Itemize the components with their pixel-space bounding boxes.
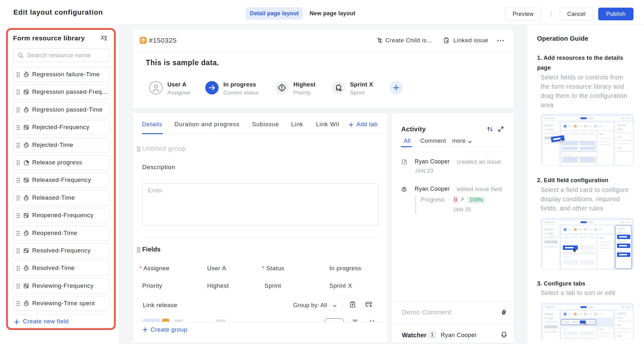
svg-text:P: P — [27, 232, 29, 236]
svg-text:P: P — [27, 109, 29, 113]
svg-text:P: P — [27, 73, 29, 77]
svg-text:P: P — [27, 302, 29, 306]
svg-text:P: P — [27, 197, 29, 201]
svg-text:P: P — [27, 267, 29, 271]
svg-text:P: P — [27, 144, 29, 148]
